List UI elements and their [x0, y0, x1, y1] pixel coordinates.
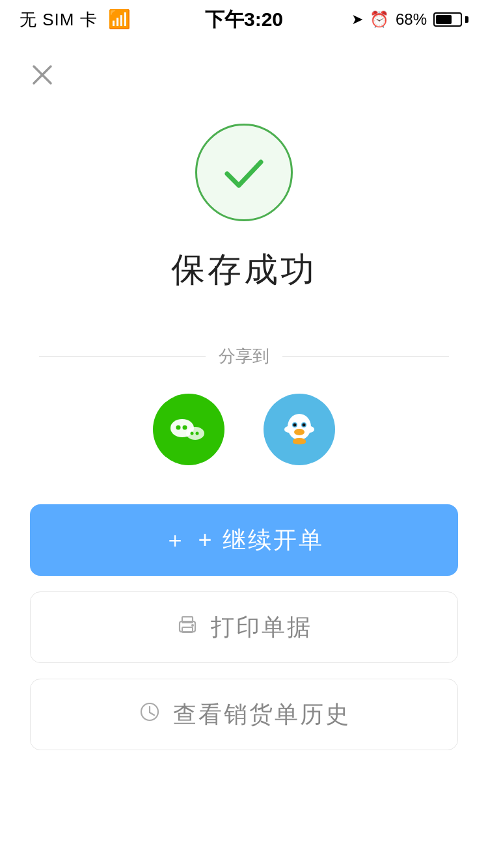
wechat-icon	[167, 407, 211, 452]
svg-point-18	[301, 440, 306, 444]
svg-line-25	[150, 712, 154, 715]
success-circle	[195, 124, 293, 221]
share-label: 分享到	[219, 345, 269, 368]
share-qq-button[interactable]	[264, 394, 335, 465]
print-button[interactable]: 打印单据	[30, 591, 458, 663]
svg-point-14	[284, 426, 293, 433]
actions-section: ＋ + 继续开单 打印单据 查看销货单历史	[0, 504, 488, 750]
printer-icon	[176, 613, 199, 642]
status-right: ➤ ⏰ 68%	[351, 10, 468, 29]
continue-label: + 继续开单	[198, 524, 323, 556]
svg-point-6	[191, 432, 194, 435]
success-section: 保存成功	[0, 98, 488, 312]
svg-point-7	[196, 432, 199, 435]
wifi-icon: 📶	[108, 9, 131, 29]
svg-point-11	[293, 424, 297, 427]
close-button[interactable]	[26, 59, 59, 91]
svg-point-3	[176, 426, 181, 430]
svg-point-22	[191, 624, 194, 627]
battery-percent: 68%	[396, 10, 427, 29]
svg-point-12	[303, 424, 306, 427]
battery-icon	[433, 12, 468, 27]
status-left: 无 SIM 卡 📶	[20, 8, 131, 31]
svg-point-13	[294, 429, 305, 435]
success-title: 保存成功	[171, 247, 317, 293]
status-bar: 无 SIM 卡 📶 下午3:20 ➤ ⏰ 68%	[0, 0, 488, 39]
divider-right	[282, 356, 449, 357]
history-button[interactable]: 查看销货单历史	[30, 679, 458, 750]
share-section: 分享到	[0, 345, 488, 504]
share-wechat-button[interactable]	[153, 394, 224, 465]
clock-icon	[138, 700, 161, 729]
alarm-icon: ⏰	[370, 10, 389, 29]
status-time: 下午3:20	[205, 7, 283, 33]
checkmark-icon	[218, 146, 270, 198]
svg-point-4	[183, 426, 187, 430]
plus-icon: ＋	[164, 525, 186, 555]
svg-point-15	[305, 426, 314, 433]
close-icon	[31, 63, 54, 87]
close-button-container	[0, 39, 488, 98]
no-sim-text: 无 SIM 卡	[20, 10, 98, 29]
divider-left	[39, 356, 206, 357]
continue-button[interactable]: ＋ + 继续开单	[30, 504, 458, 576]
share-icons	[153, 394, 335, 465]
location-icon: ➤	[351, 11, 363, 28]
share-divider: 分享到	[0, 345, 488, 368]
svg-point-17	[293, 440, 298, 444]
print-label: 打印单据	[211, 612, 312, 644]
qq-icon	[277, 407, 321, 452]
history-label: 查看销货单历史	[173, 699, 351, 731]
svg-point-5	[186, 427, 204, 440]
